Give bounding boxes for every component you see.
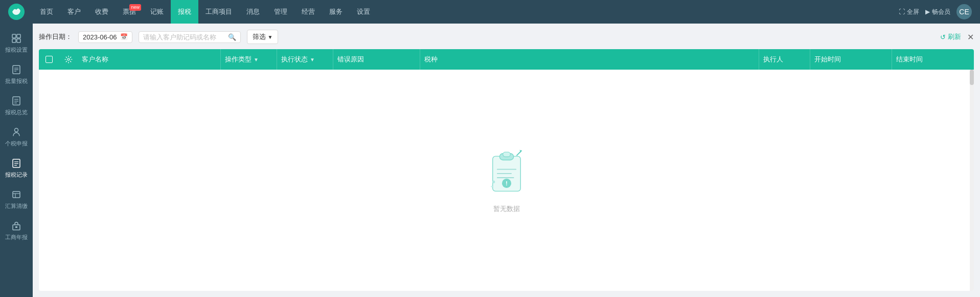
svg-point-13 xyxy=(15,129,18,132)
fullscreen-button[interactable]: ⛶ 全屏 xyxy=(899,8,919,16)
svg-text:!: ! xyxy=(506,180,508,187)
chevron-down-icon: ▼ xyxy=(268,34,273,40)
th-settings[interactable] xyxy=(59,55,78,63)
svg-rect-26 xyxy=(503,152,510,157)
nav-item-home[interactable]: 首页 xyxy=(33,0,60,24)
svg-point-35 xyxy=(491,185,493,187)
table-body: ! 暂无数据 xyxy=(39,70,974,291)
svg-point-34 xyxy=(492,180,494,183)
refresh-button[interactable]: ↺ 刷新 xyxy=(940,32,961,41)
annual-report-icon xyxy=(11,220,22,231)
individual-tax-icon xyxy=(11,126,22,138)
top-nav-right: ⛶ 全屏 ▶ 畅会员 CE xyxy=(899,4,972,19)
sidebar-item-batch-tax[interactable]: 批量报税 xyxy=(0,59,33,90)
sidebar: 报税设置 批量报税 报税总览 xyxy=(0,24,33,297)
svg-rect-22 xyxy=(15,226,17,228)
tax-records-icon xyxy=(11,158,22,169)
empty-text: 暂无数据 xyxy=(493,204,520,214)
nav-item-management[interactable]: 管理 xyxy=(267,0,294,24)
close-button[interactable]: ✕ xyxy=(967,32,974,42)
sidebar-label-annual-report: 工商年报 xyxy=(5,234,28,241)
top-navigation: 首页 客户 收费 票据 new 记账 报税 工商项目 消息 管理 经营 服务 设… xyxy=(0,0,980,24)
search-input-container[interactable]: 🔍 xyxy=(139,31,241,43)
toolbar-right: ↺ 刷新 ✕ xyxy=(940,32,974,42)
settlement-icon xyxy=(11,189,22,200)
sidebar-label-tax-settings: 报税设置 xyxy=(5,46,28,54)
th-exec-status[interactable]: 执行状态 ▼ xyxy=(277,49,333,70)
nav-item-services[interactable]: 服务 xyxy=(322,0,350,24)
nav-item-bookkeeping[interactable]: 记账 xyxy=(143,0,171,24)
svg-rect-4 xyxy=(17,39,20,43)
th-end-time: 结束时间 xyxy=(892,49,974,70)
batch-tax-icon xyxy=(11,64,22,75)
tax-overview-icon xyxy=(11,95,22,107)
search-field[interactable] xyxy=(143,33,225,41)
toolbar: 操作日期： 2023-06-06 📅 🔍 筛选 ▼ ↺ 刷新 ✕ xyxy=(39,30,974,44)
filter-label: 筛选 xyxy=(253,32,266,41)
date-label: 操作日期： xyxy=(39,32,72,41)
date-input[interactable]: 2023-06-06 📅 xyxy=(78,31,132,43)
empty-state: ! 暂无数据 xyxy=(39,70,974,291)
svg-rect-3 xyxy=(12,39,16,43)
new-badge: new xyxy=(129,4,141,11)
fullscreen-icon: ⛶ xyxy=(899,8,905,15)
sidebar-item-individual-tax[interactable]: 个税申报 xyxy=(0,121,33,153)
scrollbar-thumb[interactable] xyxy=(970,70,974,85)
refresh-label: 刷新 xyxy=(948,32,961,41)
tax-settings-icon xyxy=(11,33,22,44)
sidebar-item-tax-overview[interactable]: 报税总览 xyxy=(0,90,33,121)
main-layout: 报税设置 批量报税 报税总览 xyxy=(0,24,980,297)
refresh-icon: ↺ xyxy=(940,33,946,41)
nav-item-business[interactable]: 工商项目 xyxy=(198,0,239,24)
th-tax-type: 税种 xyxy=(420,49,759,70)
vip-button[interactable]: ▶ 畅会员 xyxy=(925,8,950,16)
search-icon: 🔍 xyxy=(228,33,236,41)
sidebar-item-settlement[interactable]: 汇算清缴 xyxy=(0,184,33,215)
nav-item-customers[interactable]: 客户 xyxy=(60,0,88,24)
nav-item-billing[interactable]: 收费 xyxy=(88,0,116,24)
nav-item-tax[interactable]: 报税 xyxy=(171,0,198,24)
sidebar-item-tax-settings[interactable]: 报税设置 xyxy=(0,28,33,59)
sidebar-label-individual-tax: 个税申报 xyxy=(5,140,28,147)
nav-item-invoices[interactable]: 票据 new xyxy=(116,0,143,24)
scrollbar-track xyxy=(970,70,974,291)
th-checkbox[interactable] xyxy=(39,56,59,63)
sidebar-label-tax-overview: 报税总览 xyxy=(5,109,28,116)
th-error-reason: 错误原因 xyxy=(333,49,420,70)
nav-item-finance[interactable]: 经营 xyxy=(294,0,322,24)
svg-rect-1 xyxy=(12,34,16,38)
svg-point-23 xyxy=(67,58,70,60)
content-area: 操作日期： 2023-06-06 📅 🔍 筛选 ▼ ↺ 刷新 ✕ xyxy=(33,24,980,297)
select-all-checkbox[interactable] xyxy=(45,56,53,63)
date-value: 2023-06-06 xyxy=(83,33,117,41)
user-avatar[interactable]: CE xyxy=(956,4,972,19)
sidebar-label-batch-tax: 批量报税 xyxy=(5,77,28,85)
th-op-type[interactable]: 操作类型 ▼ xyxy=(221,49,277,70)
th-executor: 执行人 xyxy=(759,49,810,70)
sort-icon-op-type: ▼ xyxy=(254,57,259,62)
calendar-icon: 📅 xyxy=(120,33,128,40)
filter-button[interactable]: 筛选 ▼ xyxy=(247,30,279,44)
table-container: 客户名称 操作类型 ▼ 执行状态 ▼ 错误原因 税种 执行人 xyxy=(39,49,974,291)
nav-item-messages[interactable]: 消息 xyxy=(239,0,267,24)
svg-rect-18 xyxy=(13,192,20,198)
nav-items-container: 首页 客户 收费 票据 new 记账 报税 工商项目 消息 管理 经营 服务 设… xyxy=(33,0,899,24)
th-customer-name: 客户名称 xyxy=(78,49,221,70)
vip-icon: ▶ xyxy=(925,8,930,15)
svg-rect-2 xyxy=(17,34,20,38)
table-header: 客户名称 操作类型 ▼ 执行状态 ▼ 错误原因 税种 执行人 xyxy=(39,49,974,70)
empty-state-icon: ! xyxy=(481,147,532,198)
sidebar-item-annual-report[interactable]: 工商年报 xyxy=(0,215,33,246)
nav-item-settings[interactable]: 设置 xyxy=(350,0,377,24)
sidebar-item-tax-records[interactable]: 报税记录 xyxy=(0,153,33,184)
sidebar-label-tax-records: 报税记录 xyxy=(5,171,28,179)
sort-icon-exec-status: ▼ xyxy=(310,57,315,62)
sidebar-label-settlement: 汇算清缴 xyxy=(5,202,28,210)
app-logo[interactable] xyxy=(8,4,25,20)
th-start-time: 开始时间 xyxy=(810,49,892,70)
